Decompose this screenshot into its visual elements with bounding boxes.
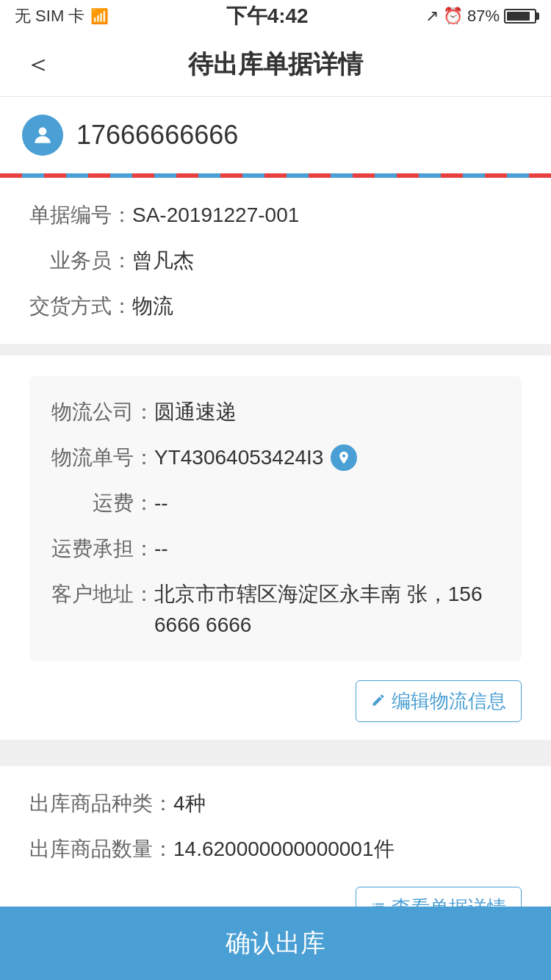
company-row: 物流公司： 圆通速递 — [51, 397, 500, 428]
address-label: 客户地址： — [51, 579, 154, 610]
tracking-row: 物流单号： YT43064053424I3 — [51, 442, 500, 473]
tracking-number: YT43064053424I3 — [154, 442, 323, 473]
status-right: ↗ ⏰ 87% — [425, 7, 536, 26]
tracking-label: 物流单号： — [51, 442, 154, 473]
page-title: 待出库单据详情 — [188, 48, 363, 82]
tracking-value: YT43064053424I3 — [154, 442, 500, 473]
customer-card: 17666666666 — [0, 97, 551, 173]
edit-logistics-button[interactable]: 编辑物流信息 — [356, 680, 522, 722]
tracking-location-icon[interactable] — [331, 444, 357, 471]
freight-bear-row: 运费承担： -- — [51, 533, 500, 564]
goods-types-value: 4种 — [173, 788, 522, 819]
salesman-value: 曾凡杰 — [132, 245, 522, 276]
alarm-icon: ⏰ — [443, 7, 463, 26]
company-value: 圆通速递 — [154, 397, 500, 428]
goods-types-label: 出库商品种类： — [29, 788, 173, 819]
edit-logistics-btn-container: 编辑物流信息 — [29, 673, 522, 725]
goods-types-row: 出库商品种类： 4种 — [29, 788, 522, 819]
logistics-section: 物流公司： 圆通速递 物流单号： YT43064053424I3 运费： -- — [0, 356, 551, 740]
edit-icon — [371, 690, 386, 713]
freight-value: -- — [154, 488, 500, 519]
nav-bar: ＜ 待出库单据详情 — [0, 32, 551, 97]
freight-row: 运费： -- — [51, 488, 500, 519]
location-status-icon: ↗ — [425, 7, 439, 26]
freight-label: 运费： — [51, 488, 154, 519]
order-no-value: SA-20191227-001 — [132, 200, 522, 231]
order-no-label: 单据编号： — [29, 200, 132, 231]
battery-text: 87% — [467, 7, 500, 26]
status-time: 下午4:42 — [226, 2, 309, 30]
status-left: 无 SIM 卡 📶 — [15, 5, 109, 27]
order-no-row: 单据编号： SA-20191227-001 — [29, 200, 522, 231]
gray-separator — [0, 752, 551, 766]
confirm-label: 确认出库 — [226, 926, 325, 960]
delivery-row: 交货方式： 物流 — [29, 291, 522, 322]
status-bar: 无 SIM 卡 📶 下午4:42 ↗ ⏰ 87% — [0, 0, 551, 32]
confirm-button[interactable]: 确认出库 — [0, 907, 551, 980]
logistics-box: 物流公司： 圆通速递 物流单号： YT43064053424I3 运费： -- — [29, 376, 522, 661]
goods-quantity-label: 出库商品数量： — [29, 834, 173, 865]
freight-bear-value: -- — [154, 533, 500, 564]
basic-info-section: 单据编号： SA-20191227-001 业务员： 曾凡杰 交货方式： 物流 — [0, 178, 551, 344]
customer-phone: 17666666666 — [76, 120, 238, 151]
avatar — [22, 115, 63, 156]
back-button[interactable]: ＜ — [18, 39, 59, 90]
salesman-label: 业务员： — [29, 245, 132, 276]
goods-quantity-value: 14.620000000000001件 — [173, 834, 522, 865]
salesman-row: 业务员： 曾凡杰 — [29, 245, 522, 276]
wifi-icon: 📶 — [90, 7, 109, 25]
goods-quantity-row: 出库商品数量： 14.620000000000001件 — [29, 834, 522, 865]
svg-point-0 — [39, 127, 47, 135]
delivery-label: 交货方式： — [29, 291, 132, 322]
carrier-text: 无 SIM 卡 — [15, 5, 84, 27]
battery-icon — [504, 9, 536, 24]
company-label: 物流公司： — [51, 397, 154, 428]
address-value: 北京市市辖区海淀区永丰南 张，156 6666 6666 — [154, 579, 500, 641]
content-area: 17666666666 单据编号： SA-20191227-001 业务员： 曾… — [0, 97, 551, 980]
delivery-value: 物流 — [132, 291, 522, 322]
address-row: 客户地址： 北京市市辖区海淀区永丰南 张，156 6666 6666 — [51, 579, 500, 641]
freight-bear-label: 运费承担： — [51, 533, 154, 564]
edit-logistics-label: 编辑物流信息 — [392, 688, 506, 714]
